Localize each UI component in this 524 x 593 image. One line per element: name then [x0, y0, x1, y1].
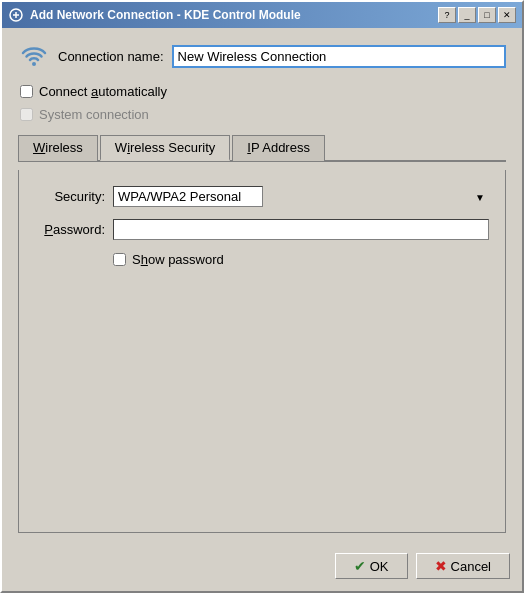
main-window: Add Network Connection - KDE Control Mod…: [0, 0, 524, 593]
system-connection-checkbox: [20, 108, 33, 121]
minimize-button[interactable]: _: [458, 7, 476, 23]
help-button[interactable]: ?: [438, 7, 456, 23]
connect-automatically-label[interactable]: Connect automatically: [39, 84, 167, 99]
show-password-row: Show password: [113, 252, 489, 267]
wifi-icon: [18, 40, 50, 72]
title-bar: Add Network Connection - KDE Control Mod…: [2, 2, 522, 28]
button-row: ✔ OK ✖ Cancel: [2, 545, 522, 591]
ok-icon: ✔: [354, 558, 366, 574]
ok-button[interactable]: ✔ OK: [335, 553, 408, 579]
spacer: [35, 279, 489, 516]
system-connection-row: System connection: [20, 107, 506, 122]
tab-ip-address[interactable]: IP Address: [232, 135, 325, 161]
system-connection-label: System connection: [39, 107, 149, 122]
maximize-button[interactable]: □: [478, 7, 496, 23]
app-icon: [8, 7, 24, 23]
connection-name-input[interactable]: [172, 45, 506, 68]
security-select[interactable]: None WEP WPA/WPA2 Personal WPA Enterpris…: [113, 186, 263, 207]
password-input[interactable]: [113, 219, 489, 240]
show-password-checkbox[interactable]: [113, 253, 126, 266]
content-area: Connection name: Connect automatically S…: [2, 28, 522, 545]
tab-content-wireless-security: Security: None WEP WPA/WPA2 Personal WPA…: [18, 170, 506, 533]
connect-automatically-checkbox[interactable]: [20, 85, 33, 98]
ok-label: OK: [370, 559, 389, 574]
security-select-wrapper: None WEP WPA/WPA2 Personal WPA Enterpris…: [113, 186, 489, 207]
tab-wireless[interactable]: Wireless: [18, 135, 98, 161]
title-bar-title: Add Network Connection - KDE Control Mod…: [30, 8, 301, 22]
connection-name-row: Connection name:: [18, 40, 506, 72]
password-label: Password:: [35, 222, 105, 237]
title-bar-left: Add Network Connection - KDE Control Mod…: [8, 7, 301, 23]
connect-automatically-row: Connect automatically: [20, 84, 506, 99]
title-bar-buttons: ? _ □ ✕: [438, 7, 516, 23]
connection-name-label: Connection name:: [58, 49, 164, 64]
cancel-icon: ✖: [435, 558, 447, 574]
show-password-label[interactable]: Show password: [132, 252, 224, 267]
cancel-label: Cancel: [451, 559, 491, 574]
tab-wireless-security[interactable]: Wireless Security: [100, 135, 230, 161]
security-label: Security:: [35, 189, 105, 204]
tabs-bar: Wireless Wireless Security IP Address: [18, 134, 506, 162]
security-row: Security: None WEP WPA/WPA2 Personal WPA…: [35, 186, 489, 207]
svg-point-1: [32, 62, 36, 66]
close-button[interactable]: ✕: [498, 7, 516, 23]
password-row: Password:: [35, 219, 489, 240]
cancel-button[interactable]: ✖ Cancel: [416, 553, 510, 579]
